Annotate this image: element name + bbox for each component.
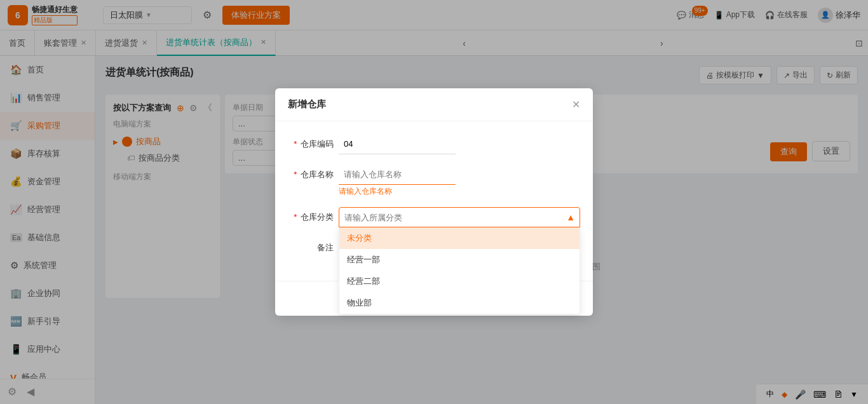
- category-field-row: * 仓库分类 ▲ 未分类 经营一部 经营二部 物业部: [288, 207, 580, 227]
- category-select-wrapper: ▲ 未分类 经营一部 经营二部 物业部: [339, 207, 580, 227]
- name-label: * 仓库名称: [288, 165, 339, 185]
- name-field-row: * 仓库名称 请输入仓库名称: [288, 165, 580, 197]
- dropdown-item-dept1[interactable]: 经营一部: [339, 249, 580, 271]
- category-input[interactable]: [339, 207, 580, 227]
- name-input[interactable]: [339, 165, 456, 185]
- modal-body: * 仓库编码 * 仓库名称 请输入仓库名称: [275, 121, 593, 281]
- dropdown-item-dept3[interactable]: 物业部: [339, 292, 580, 314]
- code-input[interactable]: [339, 134, 456, 154]
- dropdown-item-dept2[interactable]: 经营二部: [339, 271, 580, 292]
- dropdown-item-uncategorized[interactable]: 未分类: [339, 227, 580, 249]
- modal-close-icon[interactable]: ✕: [572, 98, 580, 111]
- modal-title: 新增仓库: [288, 98, 326, 111]
- code-field-row: * 仓库编码: [288, 134, 580, 154]
- new-warehouse-modal: 新增仓库 ✕ * 仓库编码 * 仓库名称: [275, 88, 593, 316]
- name-error-msg: 请输入仓库名称: [339, 186, 580, 197]
- code-label: * 仓库编码: [288, 134, 339, 154]
- notes-label: 备注: [288, 238, 339, 258]
- category-label: * 仓库分类: [288, 207, 339, 227]
- modal-overlay: 新增仓库 ✕ * 仓库编码 * 仓库名称: [0, 0, 868, 404]
- code-input-wrapper: [339, 134, 580, 154]
- category-dropdown: 未分类 经营一部 经营二部 物业部: [339, 227, 580, 314]
- name-input-wrapper: 请输入仓库名称: [339, 165, 580, 197]
- modal-header: 新增仓库 ✕: [275, 88, 593, 121]
